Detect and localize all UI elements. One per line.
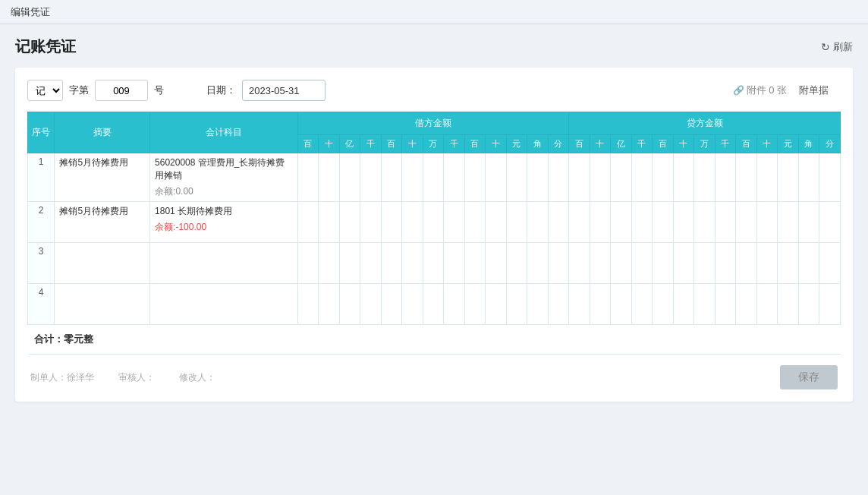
debit-amount-r4-c1[interactable] bbox=[319, 284, 340, 325]
credit-amount-r1-c0[interactable] bbox=[569, 153, 590, 202]
debit-amount-r4-c0[interactable] bbox=[297, 284, 319, 325]
debit-amount-r3-c5[interactable] bbox=[402, 243, 423, 284]
credit-amount-r1-c12[interactable] bbox=[819, 153, 841, 202]
credit-amount-r2-c5[interactable] bbox=[673, 202, 694, 243]
debit-amount-r1-c9[interactable] bbox=[486, 153, 507, 202]
credit-amount-r4-c6[interactable] bbox=[694, 284, 715, 325]
debit-amount-r1-c3[interactable] bbox=[360, 153, 382, 202]
credit-amount-r4-c11[interactable] bbox=[798, 284, 819, 325]
credit-amount-r2-c12[interactable] bbox=[819, 202, 841, 243]
row-summary-1[interactable]: 摊销5月待摊费用 bbox=[55, 153, 150, 202]
credit-amount-r1-c6[interactable] bbox=[694, 153, 715, 202]
debit-amount-r4-c8[interactable] bbox=[464, 284, 486, 325]
credit-amount-r4-c2[interactable] bbox=[611, 284, 632, 325]
credit-amount-r3-c6[interactable] bbox=[694, 243, 715, 284]
credit-amount-r1-c8[interactable] bbox=[736, 153, 757, 202]
credit-amount-r4-c3[interactable] bbox=[631, 284, 653, 325]
date-input[interactable] bbox=[242, 80, 326, 101]
credit-amount-r3-c8[interactable] bbox=[736, 243, 757, 284]
debit-amount-r1-c10[interactable] bbox=[506, 153, 527, 202]
credit-amount-r2-c10[interactable] bbox=[778, 202, 799, 243]
credit-amount-r2-c1[interactable] bbox=[590, 202, 611, 243]
credit-amount-r1-c10[interactable] bbox=[778, 153, 799, 202]
attachment-link2[interactable]: 附单据 bbox=[799, 84, 829, 97]
debit-amount-r3-c3[interactable] bbox=[360, 243, 382, 284]
row-account-3[interactable] bbox=[150, 243, 298, 284]
debit-amount-r3-c11[interactable] bbox=[527, 243, 549, 284]
voucher-number-input[interactable] bbox=[95, 80, 148, 101]
debit-amount-r4-c2[interactable] bbox=[339, 284, 360, 325]
credit-amount-r2-c8[interactable] bbox=[736, 202, 757, 243]
debit-amount-r4-c3[interactable] bbox=[360, 284, 382, 325]
row-account-1[interactable]: 56020008 管理费用_长期待摊费用摊销余额:0.00 bbox=[150, 153, 298, 202]
debit-amount-r2-c11[interactable] bbox=[527, 202, 549, 243]
credit-amount-r1-c5[interactable] bbox=[673, 153, 694, 202]
credit-amount-r2-c9[interactable] bbox=[756, 202, 778, 243]
credit-amount-r3-c1[interactable] bbox=[590, 243, 611, 284]
debit-amount-r3-c2[interactable] bbox=[339, 243, 360, 284]
debit-amount-r1-c7[interactable] bbox=[444, 153, 465, 202]
debit-amount-r1-c2[interactable] bbox=[339, 153, 360, 202]
credit-amount-r1-c3[interactable] bbox=[631, 153, 653, 202]
credit-amount-r3-c11[interactable] bbox=[798, 243, 819, 284]
credit-amount-r1-c9[interactable] bbox=[756, 153, 778, 202]
credit-amount-r4-c8[interactable] bbox=[736, 284, 757, 325]
debit-amount-r4-c12[interactable] bbox=[548, 284, 569, 325]
credit-amount-r3-c2[interactable] bbox=[611, 243, 632, 284]
credit-amount-r1-c11[interactable] bbox=[798, 153, 819, 202]
credit-amount-r2-c4[interactable] bbox=[653, 202, 674, 243]
debit-amount-r4-c10[interactable] bbox=[506, 284, 527, 325]
debit-amount-r3-c7[interactable] bbox=[444, 243, 465, 284]
debit-amount-r3-c4[interactable] bbox=[381, 243, 402, 284]
debit-amount-r1-c4[interactable] bbox=[381, 153, 402, 202]
credit-amount-r1-c7[interactable] bbox=[715, 153, 736, 202]
debit-amount-r2-c7[interactable] bbox=[444, 202, 465, 243]
debit-amount-r2-c8[interactable] bbox=[464, 202, 486, 243]
row-summary-3[interactable] bbox=[55, 243, 150, 284]
credit-amount-r4-c0[interactable] bbox=[569, 284, 590, 325]
debit-amount-r1-c11[interactable] bbox=[527, 153, 549, 202]
credit-amount-r3-c10[interactable] bbox=[778, 243, 799, 284]
credit-amount-r3-c7[interactable] bbox=[715, 243, 736, 284]
credit-amount-r4-c4[interactable] bbox=[653, 284, 674, 325]
credit-amount-r1-c4[interactable] bbox=[653, 153, 674, 202]
row-summary-2[interactable]: 摊销5月待摊费用 bbox=[55, 202, 150, 243]
debit-amount-r4-c7[interactable] bbox=[444, 284, 465, 325]
debit-amount-r3-c6[interactable] bbox=[423, 243, 444, 284]
debit-amount-r2-c0[interactable] bbox=[297, 202, 319, 243]
debit-amount-r1-c12[interactable] bbox=[548, 153, 569, 202]
credit-amount-r4-c9[interactable] bbox=[756, 284, 778, 325]
credit-amount-r3-c5[interactable] bbox=[673, 243, 694, 284]
credit-amount-r3-c4[interactable] bbox=[653, 243, 674, 284]
credit-amount-r3-c0[interactable] bbox=[569, 243, 590, 284]
debit-amount-r4-c9[interactable] bbox=[486, 284, 507, 325]
credit-amount-r2-c0[interactable] bbox=[569, 202, 590, 243]
debit-amount-r2-c9[interactable] bbox=[486, 202, 507, 243]
debit-amount-r2-c10[interactable] bbox=[506, 202, 527, 243]
credit-amount-r4-c12[interactable] bbox=[819, 284, 841, 325]
debit-amount-r3-c9[interactable] bbox=[486, 243, 507, 284]
debit-amount-r1-c8[interactable] bbox=[464, 153, 486, 202]
credit-amount-r1-c1[interactable] bbox=[590, 153, 611, 202]
credit-amount-r2-c3[interactable] bbox=[631, 202, 653, 243]
row-account-2[interactable]: 1801 长期待摊费用余额:-100.00 bbox=[150, 202, 298, 243]
credit-amount-r3-c3[interactable] bbox=[631, 243, 653, 284]
credit-amount-r4-c10[interactable] bbox=[778, 284, 799, 325]
debit-amount-r3-c1[interactable] bbox=[319, 243, 340, 284]
debit-amount-r4-c6[interactable] bbox=[423, 284, 444, 325]
row-summary-4[interactable] bbox=[55, 284, 150, 325]
credit-amount-r2-c6[interactable] bbox=[694, 202, 715, 243]
credit-amount-r3-c9[interactable] bbox=[756, 243, 778, 284]
credit-amount-r4-c5[interactable] bbox=[673, 284, 694, 325]
debit-amount-r3-c10[interactable] bbox=[506, 243, 527, 284]
refresh-button[interactable]: ↻ 刷新 bbox=[821, 40, 853, 54]
debit-amount-r4-c4[interactable] bbox=[381, 284, 402, 325]
debit-amount-r4-c11[interactable] bbox=[527, 284, 549, 325]
debit-amount-r4-c5[interactable] bbox=[402, 284, 423, 325]
credit-amount-r2-c11[interactable] bbox=[798, 202, 819, 243]
debit-amount-r2-c4[interactable] bbox=[381, 202, 402, 243]
attachment-link[interactable]: 🔗 附件 0 张 bbox=[733, 84, 787, 97]
debit-amount-r3-c8[interactable] bbox=[464, 243, 486, 284]
credit-amount-r2-c2[interactable] bbox=[611, 202, 632, 243]
credit-amount-r4-c1[interactable] bbox=[590, 284, 611, 325]
